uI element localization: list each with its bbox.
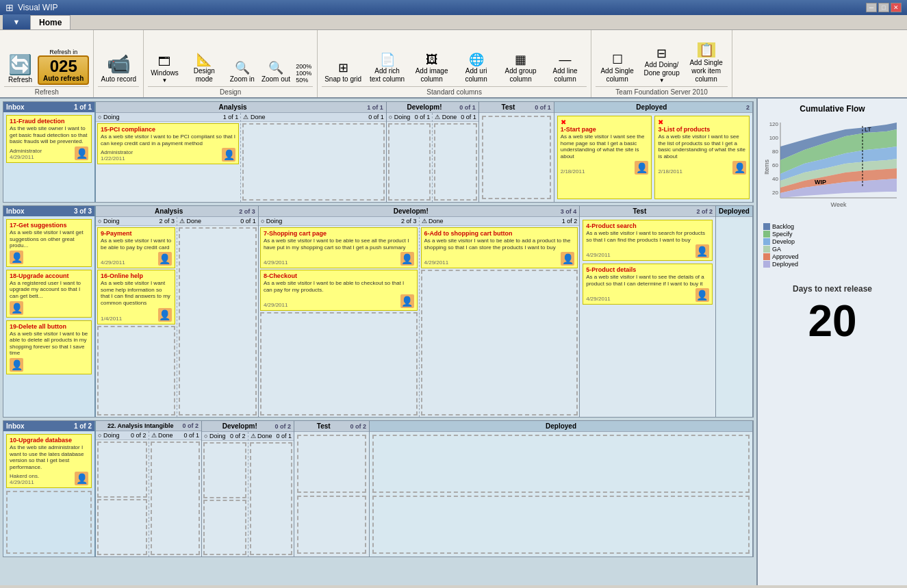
snap-to-grid-btn[interactable]: ⊞ Snap to grid xyxy=(322,60,364,85)
analysis-done-header-2: ⚠ Done 0 of 1 xyxy=(177,217,258,226)
dev-subcols-1: ○ Doing 0 of 1 ⚠ Done 0 of 1 xyxy=(387,113,478,202)
lane1-columns: Inbox 1 of 1 11-Fraud detection As the w… xyxy=(3,102,753,202)
svg-text:120: 120 xyxy=(769,121,779,127)
analysis-done-2: ⚠ Done 0 of 1 xyxy=(177,217,258,417)
close-btn[interactable]: ✕ xyxy=(891,3,902,12)
design-group-items: 🗔 Windows ▼ 📐 Design mode 🔍 Zoom in 🔍 Zo… xyxy=(148,33,313,85)
card-checkout[interactable]: 8-Checkout As a web site visitor I want … xyxy=(260,270,418,311)
zoom-out-btn[interactable]: 🔍 Zoom out xyxy=(259,60,293,85)
app-title: Visual WIP xyxy=(18,3,58,12)
test-header-2: Test 2 of 2 xyxy=(580,206,715,217)
add-uri-btn[interactable]: 🌐 Add uri column xyxy=(455,52,498,85)
card-start-date: 2/18/2011 xyxy=(561,168,585,175)
card-add-to-cart[interactable]: 6-Add to shopping cart button As a web s… xyxy=(421,227,578,268)
empty-inbox-3 xyxy=(6,491,92,554)
ribbon-group-design: 🗔 Windows ▼ 📐 Design mode 🔍 Zoom in 🔍 Zo… xyxy=(144,30,318,97)
card-product-list[interactable]: ✖ 3-List of products As a web site visit… xyxy=(654,116,750,199)
doing-label-d3: ○ Doing xyxy=(204,433,225,439)
card-payment-date: 4/29/2011 xyxy=(101,259,125,266)
card-cart-avatar: 👤 xyxy=(400,252,414,266)
card-search-footer: 4/29/2011 👤 xyxy=(586,244,709,258)
lane3-columns: Inbox 1 of 2 10-Upgrade database As the … xyxy=(3,421,753,557)
analysis-doing-body-1: 15-PCI compliance As a web site visitor … xyxy=(96,122,240,202)
auto-record-btn[interactable]: 📹 Auto record xyxy=(98,53,139,85)
card-fraud-detection[interactable]: 11-Fraud detection As the web site owner… xyxy=(6,115,92,163)
windows-btn[interactable]: 🗔 Windows ▼ xyxy=(148,54,181,85)
auto-record-label: Auto record xyxy=(101,75,136,84)
card-payment-title: 9-Payment xyxy=(101,230,172,237)
add-single-col-btn[interactable]: ☐ Add Single column xyxy=(596,52,639,85)
dev-doing-header-2: ○ Doing 2 of 3 xyxy=(259,217,419,226)
analysis-done-1: ⚠ Done 0 of 1 xyxy=(240,113,385,202)
card-product-search[interactable]: 4-Product search As a web site visitor I… xyxy=(583,220,713,261)
test-body-3 xyxy=(294,432,369,557)
card-pci-author: Administrator xyxy=(101,149,133,155)
dev-count-2: 3 of 4 xyxy=(561,208,577,215)
svg-text:WIP: WIP xyxy=(815,179,826,186)
card-suggestions-avatar: 👤 xyxy=(10,251,23,264)
card-db-date: 4/29/2011 xyxy=(10,479,39,485)
card-db-text: As the web site administrator I want to … xyxy=(10,444,88,470)
dev-doing-body-2: 7-Shopping cart page As a web site visit… xyxy=(259,226,419,417)
card-help-title: 16-Online help xyxy=(101,272,172,279)
analysis-count-1: 1 of 1 xyxy=(367,104,383,111)
empty-a2-doing xyxy=(97,326,175,416)
analysis-subcols-3: ○ Doing 0 of 2 ⚠ Done 0 of 1 xyxy=(96,431,201,557)
card-upgrade-footer: 👤 xyxy=(10,301,88,315)
dev-header-3: Developm! 0 of 2 xyxy=(202,421,294,432)
card-details-footer: 4/29/2011 👤 xyxy=(586,288,709,302)
empty-a3-doing-2 xyxy=(97,499,147,555)
card-delete-footer: 👤 xyxy=(10,358,88,372)
zoom-50: 50% xyxy=(296,77,311,84)
analysis-count-3: 0 of 2 xyxy=(182,422,199,429)
refresh-button[interactable]: 🔄 Refresh xyxy=(4,52,36,85)
add-line-btn[interactable]: — Add line column xyxy=(544,52,587,85)
done-count-a2: 0 of 1 xyxy=(240,218,256,225)
dev-doing-1: ○ Doing 0 of 1 xyxy=(387,113,433,202)
doing-count-d1: 0 of 1 xyxy=(415,114,431,120)
done-label-a2: ⚠ Done xyxy=(179,218,201,225)
card-payment-text: As a web site visitor I want to be able … xyxy=(101,238,172,251)
auto-refresh-box: 025 Auto refresh xyxy=(38,55,89,85)
app-menu-btn[interactable]: ▼ xyxy=(3,14,30,29)
test-count-1: 0 of 1 xyxy=(535,104,551,111)
inbox-label-3: Inbox xyxy=(6,422,25,430)
dev-col-2: Developm! 3 of 4 ○ Doing 2 of 3 7-Shoppi… xyxy=(259,206,580,417)
add-doing-done-btn[interactable]: ⊟ Add Doing/ Done group ▼ xyxy=(640,46,683,85)
add-group-col-btn[interactable]: ▦ Add group column xyxy=(499,52,542,85)
card-payment[interactable]: 9-Payment As a web site visitor I want t… xyxy=(97,227,175,268)
analysis-title-1: Analysis xyxy=(99,103,367,111)
card-shopping-cart[interactable]: 7-Shopping cart page As a web site visit… xyxy=(260,227,418,268)
refresh-in-label: Refresh in xyxy=(49,49,77,55)
card-suggestions[interactable]: 17-Get suggestions As a web site visitor… xyxy=(6,219,92,267)
card-product-details[interactable]: 5-Product details As a web site visitor … xyxy=(583,264,713,305)
add-rich-text-btn[interactable]: 📄 Add rich text column xyxy=(366,52,409,85)
minimize-btn[interactable]: ─ xyxy=(866,3,877,12)
dev-header-2: Developm! 3 of 4 xyxy=(259,206,579,217)
dev-doing-body-3 xyxy=(202,441,248,557)
card-start-page[interactable]: ✖ 1-Start page As a web site visitor I w… xyxy=(557,116,652,199)
tab-home[interactable]: Home xyxy=(30,15,71,29)
lane2-columns: Inbox 3 of 3 17-Get suggestions As a web… xyxy=(3,206,753,417)
card-delete-all[interactable]: 19-Delete all button As a web site visit… xyxy=(6,320,92,374)
card-online-help[interactable]: 16-Online help As a web site visitor I w… xyxy=(97,270,175,324)
inbox-label-2: Inbox xyxy=(6,207,25,215)
dev-done-header-3: ⚠ Done 0 of 1 xyxy=(248,432,294,441)
card-upgrade-account[interactable]: 18-Upgrade account As a registered user … xyxy=(6,270,92,318)
svg-text:60: 60 xyxy=(772,162,778,168)
design-mode-btn[interactable]: 📐 Design mode xyxy=(183,52,226,85)
add-single-work-btn[interactable]: 📋 Add Single work item column xyxy=(685,41,728,85)
inbox-body-1: 11-Fraud detection As the web site owner… xyxy=(3,112,94,202)
doing-label-a1: ○ Doing xyxy=(98,114,119,120)
add-image-btn[interactable]: 🖼 Add image column xyxy=(410,52,453,85)
maximize-btn[interactable]: □ xyxy=(878,3,889,12)
card-pci[interactable]: 15-PCI compliance As a web site visitor … xyxy=(97,123,239,164)
card-upgrade-db[interactable]: 10-Upgrade database As the web site admi… xyxy=(6,434,92,488)
windows-label: Windows xyxy=(151,69,179,77)
doing-label-d1: ○ Doing xyxy=(389,114,410,120)
refresh-label: Refresh xyxy=(8,76,32,84)
deployed-title-3: Deployed xyxy=(372,422,750,430)
analysis-col-1: Analysis 1 of 1 ○ Doing 1 of 1 15-PCI co… xyxy=(96,102,387,202)
zoom-in-btn[interactable]: 🔍 Zoom in xyxy=(227,60,257,85)
empty-d3-done xyxy=(250,442,293,555)
